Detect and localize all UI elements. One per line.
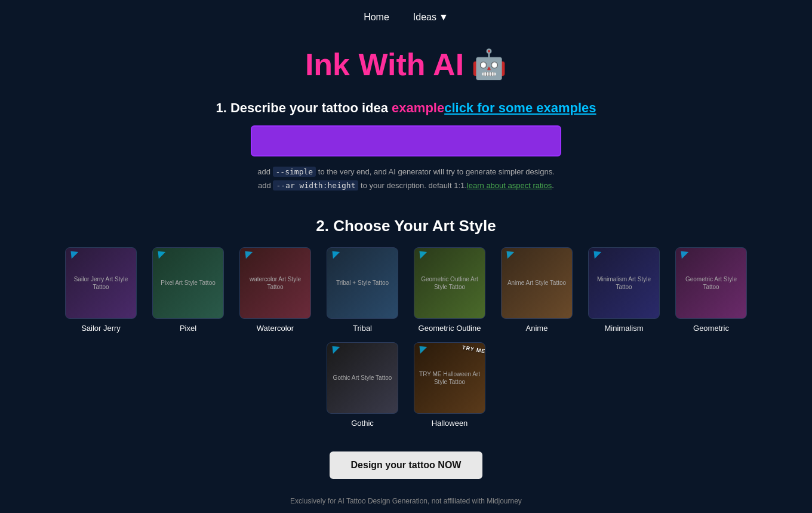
style-name-geometric: Geometric: [693, 324, 729, 333]
corner-arrow-icon: [678, 248, 688, 259]
corner-arrow-icon: [329, 248, 340, 259]
style-card-anime[interactable]: Anime Art Style TattooAnime: [498, 247, 576, 333]
style-image-watercolor: watercolor Art Style Tattoo: [239, 247, 311, 319]
nav-ideas[interactable]: Ideas ▼: [413, 12, 448, 23]
try-me-badge: TRY ME: [462, 344, 485, 354]
style-card-tribal[interactable]: Tribal + Style TattooTribal: [324, 247, 401, 333]
footer-hint: Exclusively for AI Tattoo Design Generat…: [0, 497, 812, 513]
style-name-tribal: Tribal: [353, 324, 372, 333]
style-image-sailor-jerry: Sailor Jerry Art Style Tattoo: [65, 247, 137, 319]
hint2-pre: add: [258, 181, 273, 190]
cta-container: Design your tattoo NOW: [0, 451, 812, 479]
style-card-pixel[interactable]: Pixel Art Style TattooPixel: [149, 247, 227, 333]
corner-arrow-icon: [416, 343, 427, 354]
aspect-ratio-link[interactable]: learn about aspect ratios: [467, 181, 552, 190]
nav-ideas-label: Ideas: [413, 12, 436, 23]
style-img-text-sailor-jerry: Sailor Jerry Art Style Tattoo: [66, 273, 136, 293]
style-image-pixel: Pixel Art Style Tattoo: [152, 247, 224, 319]
style-image-anime: Anime Art Style Tattoo: [501, 247, 573, 319]
style-name-watercolor: Watercolor: [257, 324, 294, 333]
style-img-text-watercolor: watercolor Art Style Tattoo: [240, 273, 310, 293]
style-image-tribal: Tribal + Style Tattoo: [327, 247, 398, 319]
style-img-text-anime: Anime Art Style Tattoo: [505, 277, 568, 289]
style-img-text-geometric: Geometric Art Style Tattoo: [676, 273, 746, 293]
tattoo-idea-input[interactable]: [251, 125, 561, 156]
example-link[interactable]: example: [392, 100, 444, 115]
hint2-period: .: [552, 181, 554, 190]
hint-text: add --simple to the very end, and AI gen…: [12, 165, 800, 193]
styles-grid: Sailor Jerry Art Style TattooSailor Jerr…: [18, 247, 794, 440]
style-card-watercolor[interactable]: watercolor Art Style TattooWatercolor: [236, 247, 314, 333]
style-image-halloween: TRY METRY ME Halloween Art Style Tattoo: [414, 342, 485, 414]
style-name-sailor-jerry: Sailor Jerry: [81, 324, 121, 333]
style-card-minimalism[interactable]: Minimalism Art Style TattooMinimalism: [585, 247, 663, 333]
hint1-pre: add: [257, 167, 272, 176]
hero-title-text: Ink With AI: [305, 47, 464, 82]
style-name-pixel: Pixel: [180, 324, 196, 333]
hero-title: Ink With AI 🤖: [305, 47, 507, 82]
hint1-code: --simple: [273, 167, 316, 177]
step1-label: 1. Describe your tattoo idea exampleclic…: [12, 100, 800, 116]
style-name-geometric-outline: Geometric Outline: [419, 324, 481, 333]
robot-icon: 🤖: [471, 48, 507, 81]
hint1-post: to the very end, and AI generator will t…: [316, 167, 555, 176]
navigation: Home Ideas ▼: [0, 0, 812, 29]
design-now-button[interactable]: Design your tattoo NOW: [330, 451, 483, 479]
style-img-text-pixel: Pixel Art Style Tattoo: [158, 277, 218, 289]
style-img-text-gothic: Gothic Art Style Tattoo: [331, 371, 395, 384]
hero-section: Ink With AI 🤖 1. Describe your tattoo id…: [0, 29, 812, 199]
corner-arrow-icon: [416, 248, 427, 259]
style-card-sailor-jerry[interactable]: Sailor Jerry Art Style TattooSailor Jerr…: [62, 247, 140, 333]
style-image-geometric: Geometric Art Style Tattoo: [675, 247, 747, 319]
corner-arrow-icon: [67, 248, 78, 259]
style-image-minimalism: Minimalism Art Style Tattoo: [588, 247, 660, 319]
style-img-text-tribal: Tribal + Style Tattoo: [334, 277, 391, 289]
style-name-minimalism: Minimalism: [605, 324, 644, 333]
corner-arrow-icon: [155, 248, 165, 259]
step1-text: 1. Describe your tattoo idea: [216, 100, 392, 115]
click-examples-link[interactable]: click for some examples: [444, 100, 596, 115]
corner-arrow-icon: [503, 248, 514, 259]
style-card-geometric-outline[interactable]: Geometric Outline Art Style TattooGeomet…: [411, 247, 488, 333]
nav-ideas-arrow: ▼: [439, 12, 448, 23]
style-name-halloween: Halloween: [432, 419, 468, 428]
style-image-geometric-outline: Geometric Outline Art Style Tattoo: [414, 247, 485, 319]
nav-home[interactable]: Home: [364, 12, 389, 23]
style-name-gothic: Gothic: [351, 419, 374, 428]
corner-arrow-icon: [329, 343, 340, 354]
style-name-anime: Anime: [526, 324, 548, 333]
style-card-halloween[interactable]: TRY METRY ME Halloween Art Style TattooH…: [411, 342, 488, 428]
style-image-gothic: Gothic Art Style Tattoo: [327, 342, 398, 414]
style-card-gothic[interactable]: Gothic Art Style TattooGothic: [324, 342, 401, 428]
corner-arrow-icon: [590, 248, 601, 259]
hint2-post: to your description. default 1:1.: [358, 181, 466, 190]
style-img-text-minimalism: Minimalism Art Style Tattoo: [589, 273, 659, 293]
style-card-geometric[interactable]: Geometric Art Style TattooGeometric: [672, 247, 750, 333]
hint2-code: --ar width:height: [273, 180, 358, 191]
corner-arrow-icon: [242, 248, 253, 259]
style-img-text-geometric-outline: Geometric Outline Art Style Tattoo: [414, 273, 485, 293]
style-img-text-halloween: TRY ME Halloween Art Style Tattoo: [414, 368, 485, 388]
step2-label: 2. Choose Your Art Style: [0, 217, 812, 235]
